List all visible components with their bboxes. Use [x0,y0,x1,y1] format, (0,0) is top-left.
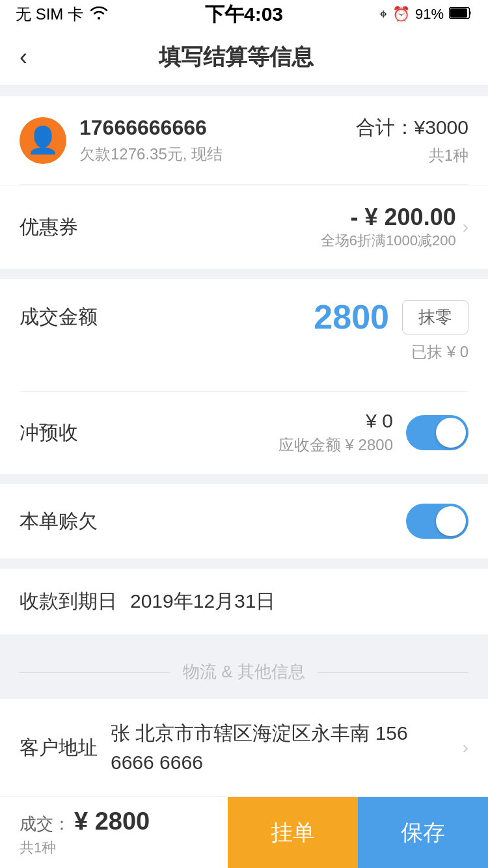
customer-phone: 17666666666 [79,116,356,140]
svg-rect-1 [450,8,467,18]
coupon-row[interactable]: 优惠券 - ¥ 200.00 全场6折满1000减200 › [0,185,488,269]
customer-total: 合计：¥3000 共1种 [356,115,468,166]
amount-right: 2800 抹零 [314,297,468,336]
duedate-label: 收款到期日 [20,588,117,615]
coupon-right: - ¥ 200.00 全场6折满1000减200 [321,204,456,251]
prepay-row: 冲预收 ¥ 0 应收金额 ¥ 2800 [20,392,468,455]
location-icon: ⌖ [379,6,387,23]
prepay-amount: ¥ 0 [278,410,393,432]
battery-text: 91% [415,6,444,23]
prepayment-section: 冲预收 ¥ 0 应收金额 ¥ 2800 [0,392,488,474]
nav-bar: ‹ 填写结算等信息 [0,29,488,86]
avatar-icon: 👤 [27,125,59,156]
sim-status: 无 SIM 卡 [16,4,83,25]
coupon-chevron-icon: › [463,217,468,237]
logistics-header: 物流 & 其他信息 [0,645,488,699]
amount-area: 成交金额 2800 抹零 已抹 ¥ 0 [0,279,488,381]
bottom-count: 共1种 [20,838,208,858]
status-time: 下午4:03 [205,1,283,28]
round-button[interactable]: 抹零 [402,300,468,334]
save-button[interactable]: 保存 [358,797,488,869]
prepay-label: 冲预收 [20,420,78,446]
duedate-section: 收款到期日 2019年12月31日 [0,569,488,634]
bottom-amount: ¥ 2800 [74,807,150,835]
customer-row: 👤 17666666666 欠款1276.35元, 现结 合计：¥3000 共1… [0,96,488,184]
prepay-values: ¥ 0 应收金额 ¥ 2800 [278,410,393,455]
amount-row: 成交金额 2800 抹零 [20,297,468,336]
debt-toggle[interactable] [406,504,468,539]
duedate-value: 2019年12月31日 [130,588,275,615]
debt-label: 本单赊欠 [20,508,98,535]
amount-label: 成交金额 [20,304,98,331]
avatar: 👤 [20,117,66,164]
prepay-right: ¥ 0 应收金额 ¥ 2800 [278,410,468,455]
status-right: ⌖ ⏰ 91% [379,6,472,23]
wifi-icon [90,5,108,23]
deal-label: 成交： [20,813,70,835]
customer-info: 17666666666 欠款1276.35元, 现结 [79,116,356,165]
coupon-label: 优惠券 [20,214,321,241]
customer-section: 👤 17666666666 欠款1276.35元, 现结 合计：¥3000 共1… [0,96,488,269]
address-label: 客户地址 [20,735,98,761]
customer-desc: 欠款1276.35元, 现结 [79,144,356,165]
bottom-summary: 成交： ¥ 2800 共1种 [0,807,228,858]
total-amount: 合计：¥3000 [356,115,468,141]
bottom-bar: 成交： ¥ 2800 共1种 挂单 保存 [0,796,488,868]
address-chevron-icon: › [463,737,468,758]
amount-sub: 已抹 ¥ 0 [20,342,468,362]
coupon-discount: - ¥ 200.00 [321,204,456,231]
logistics-text: 物流 & 其他信息 [170,660,318,683]
address-section[interactable]: 客户地址 张 北京市市辖区海淀区永丰南 156 6666 6666 › [0,699,488,796]
transaction-section: 成交金额 2800 抹零 已抹 ¥ 0 冲预收 ¥ 0 应收金额 ¥ 2800 [0,279,488,474]
back-button[interactable]: ‹ [20,44,27,71]
status-bar: 无 SIM 卡 下午4:03 ⌖ ⏰ 91% [0,0,488,29]
battery-icon [449,6,472,23]
alarm-icon: ⏰ [392,6,410,23]
status-left: 无 SIM 卡 [16,4,108,25]
page-title: 填写结算等信息 [40,42,432,72]
address-value: 张 北京市市辖区海淀区永丰南 156 6666 6666 [111,718,456,777]
prepay-sub: 应收金额 ¥ 2800 [278,435,393,455]
debt-section: 本单赊欠 [0,484,488,558]
total-count: 共1种 [356,145,468,166]
prepayment-toggle[interactable] [406,415,468,450]
coupon-desc: 全场6折满1000减200 [321,231,456,251]
amount-value: 2800 [314,297,389,336]
hold-button[interactable]: 挂单 [228,797,358,869]
